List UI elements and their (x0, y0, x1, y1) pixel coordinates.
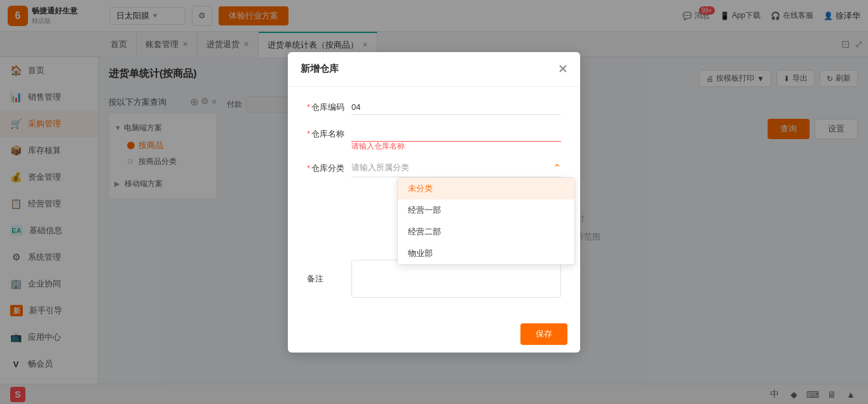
modal-header: 新增仓库 ✕ (288, 52, 580, 87)
modal-footer: 保存 (288, 316, 580, 353)
dropdown-item-dept2[interactable]: 经营二部 (398, 221, 574, 243)
dropdown-item-uncategorized[interactable]: 未分类 (398, 178, 574, 199)
dropdown-item-dept1[interactable]: 经营一部 (398, 199, 574, 221)
dropdown-item-dept3[interactable]: 物业部 (398, 243, 574, 264)
category-dropdown: 未分类 经营一部 经营二部 物业部 (397, 177, 575, 265)
modal-overlay: 新增仓库 ✕ * 仓库编码 * 仓库名称 请输入仓库名称 (0, 0, 868, 404)
category-label: * 仓库分类 (307, 163, 351, 174)
category-chevron-icon: ⌃ (553, 162, 561, 174)
remark-label: 备注 (307, 273, 351, 285)
category-select[interactable]: 请输入所属分类 ⌃ (351, 159, 561, 177)
name-label: * 仓库名称 (307, 128, 351, 140)
modal-body: * 仓库编码 * 仓库名称 请输入仓库名称 * (288, 87, 580, 316)
save-button[interactable]: 保存 (520, 323, 567, 345)
code-field-row: * 仓库编码 (307, 100, 561, 115)
remark-input[interactable] (351, 260, 561, 298)
category-field-row: * 仓库分类 请输入所属分类 ⌃ 未分类 经营一部 经营二部 物业部 (307, 159, 561, 177)
add-warehouse-modal: 新增仓库 ✕ * 仓库编码 * 仓库名称 请输入仓库名称 (288, 52, 580, 353)
modal-title: 新增仓库 (301, 63, 339, 75)
name-error-message: 请输入仓库名称 (351, 141, 405, 152)
remark-field-row: 备注 (307, 260, 561, 298)
modal-close-button[interactable]: ✕ (558, 62, 567, 76)
code-input[interactable] (351, 100, 561, 115)
name-input[interactable] (351, 126, 561, 142)
name-field-row: * 仓库名称 请输入仓库名称 (307, 126, 561, 142)
code-label: * 仓库编码 (307, 102, 351, 113)
